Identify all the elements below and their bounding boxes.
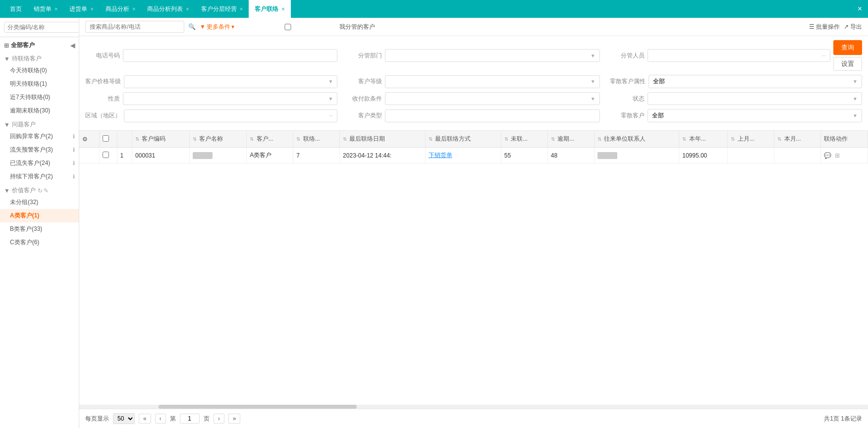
horizontal-scrollbar[interactable] <box>79 405 868 409</box>
payment-dropdown[interactable]: ▼ <box>385 92 599 105</box>
th-type[interactable]: ⇅ 客户... <box>247 131 293 148</box>
th-overdue[interactable]: ⇅ 逾期... <box>547 131 594 148</box>
sidebar-item-tomorrow[interactable]: 明天待联络(1) <box>0 77 79 91</box>
phone-input[interactable] <box>123 49 337 62</box>
more-filter-button[interactable]: ▼ 更多条件 ▾ <box>200 23 234 31</box>
filter-search-icon[interactable]: 🔍 <box>188 23 196 30</box>
retail-dropdown[interactable]: 全部▼ <box>648 109 862 122</box>
td-this-month <box>774 148 821 163</box>
th-checkbox[interactable] <box>99 131 117 148</box>
td-overdue: 48 <box>547 148 594 163</box>
nav-item-purchase[interactable]: 进货单 × <box>63 0 99 18</box>
prev-page-button[interactable]: ‹ <box>155 414 166 424</box>
td-actions[interactable]: 💬 ⊞ <box>821 148 868 163</box>
status-dropdown[interactable]: ▼ <box>648 92 862 105</box>
retail-attr-dropdown[interactable]: 全部▼ <box>649 75 862 88</box>
nav-item-sales[interactable]: 销货单 × <box>28 0 63 18</box>
customer-type-input[interactable] <box>385 109 599 122</box>
close-customer-segment-tab[interactable]: × <box>240 6 243 12</box>
close-purchase-tab[interactable]: × <box>90 6 93 12</box>
action-icon-2[interactable]: ⊞ <box>835 152 840 159</box>
export-button[interactable]: ↗ 导出 <box>844 23 862 31</box>
td-last-method[interactable]: 下销货单 <box>425 148 501 163</box>
sidebar-collapse-icon[interactable]: ◀ <box>70 42 75 49</box>
page-number-input[interactable] <box>180 414 200 424</box>
filter-region: 区域（地区） ··· <box>85 109 337 122</box>
sidebar-item-churned[interactable]: 已流失客户(24) ℹ <box>0 157 79 170</box>
sidebar-item-unclassified[interactable]: 未分组(32) <box>0 196 79 209</box>
th-last-date[interactable]: ⇅ 最后联络日期 <box>340 131 426 148</box>
settings-icon[interactable]: ⚙ <box>82 136 88 143</box>
th-this-year[interactable]: ⇅ 本年... <box>679 131 728 148</box>
region-input[interactable]: ··· <box>124 109 337 122</box>
scrollbar-thumb[interactable] <box>159 405 357 409</box>
sort-contact-icon: ⇅ <box>296 136 300 142</box>
dept-dropdown[interactable]: ▼ <box>385 49 599 62</box>
person-input[interactable]: ··· <box>648 49 830 62</box>
sidebar-item-overdue[interactable]: 逾期未联络(30) <box>0 104 79 117</box>
sidebar-header: ⊞ 全部客户 ◀ <box>0 37 79 52</box>
last-page-button[interactable]: » <box>228 414 241 424</box>
pagination: 每页显示 50 « ‹ 第 页 › » 共1页 1条记录 <box>79 409 868 428</box>
sort-uncontacted-icon: ⇅ <box>504 136 508 142</box>
th-uncontacted[interactable]: ⇅ 未联... <box>501 131 547 148</box>
nav-item-customer-segment[interactable]: 客户分层经营 × <box>195 0 249 18</box>
select-all-checkbox[interactable] <box>103 135 109 142</box>
close-customer-contact-tab[interactable]: × <box>281 6 284 12</box>
settings-button[interactable]: 设置 <box>833 57 862 71</box>
th-contacts[interactable]: ⇅ 往来单位联系人 <box>594 131 679 148</box>
per-page-select[interactable]: 50 <box>113 413 135 424</box>
hint-icon-4: ℹ <box>73 173 75 180</box>
th-this-month[interactable]: ⇅ 本月... <box>774 131 821 148</box>
th-name[interactable]: ⇅ 客户名称 <box>189 131 247 148</box>
sidebar-item-churn-warning[interactable]: 流失预警客户(3) ℹ <box>0 143 79 157</box>
hint-icon-2: ℹ <box>73 147 75 153</box>
nature-dropdown[interactable]: ▼ <box>123 92 337 105</box>
sidebar-item-class-c[interactable]: C类客户(6) <box>0 236 79 249</box>
batch-icon: ☰ <box>809 23 814 30</box>
td-settings <box>79 148 99 163</box>
filter-dept: 分管部门 ▼ <box>347 40 599 71</box>
row-checkbox[interactable] <box>103 152 109 158</box>
my-customers-checkbox[interactable]: 我分管的客户 <box>238 23 375 31</box>
th-settings[interactable]: ⚙ <box>79 131 99 148</box>
batch-op-button[interactable]: ☰ 批量操作 <box>809 23 840 31</box>
sidebar-search-input[interactable] <box>4 22 79 33</box>
close-all-tabs[interactable]: × <box>858 4 862 13</box>
th-last-month[interactable]: ⇅ 上月... <box>728 131 774 148</box>
sidebar-item-repurchase-anomaly[interactable]: 回购异常客户(2) ℹ <box>0 130 79 143</box>
sidebar-item-class-a[interactable]: A类客户(1) <box>0 209 79 222</box>
table-wrapper: ⚙ ⇅ 客户编码 ⇅ 客户名称 <box>79 131 868 405</box>
refresh-icon[interactable]: ↻ <box>38 187 43 194</box>
nav-item-goods-analysis-list[interactable]: 商品分析列表 × <box>141 0 195 18</box>
nav-item-customer-contact[interactable]: 客户联络 × <box>249 0 290 18</box>
action-icon-1[interactable]: 💬 <box>824 152 831 159</box>
page-total-info: 共1页 1条记录 <box>824 415 862 423</box>
customer-level-dropdown[interactable]: ▼ <box>385 75 599 88</box>
close-sales-tab[interactable]: × <box>54 6 57 12</box>
my-customers-check[interactable] <box>238 24 337 30</box>
close-goods-analysis-tab[interactable]: × <box>132 6 135 12</box>
toolbar-right: ☰ 批量操作 ↗ 导出 <box>809 23 862 31</box>
sidebar: 🔍 ⊞ 全部客户 ◀ ▼ 待联络客户 今天待联络(0) 明天待联络(1) 近7天… <box>0 18 79 428</box>
th-code[interactable]: ⇅ 客户编码 <box>132 131 190 148</box>
sidebar-item-declining[interactable]: 持续下滑客户(2) ℹ <box>0 170 79 183</box>
query-button[interactable]: 查询 <box>833 40 862 55</box>
filter-chevron: ▾ <box>231 23 234 30</box>
td-checkbox[interactable] <box>99 148 117 163</box>
last-method-link[interactable]: 下销货单 <box>429 152 452 159</box>
search-input[interactable] <box>85 21 184 33</box>
th-last-method[interactable]: ⇅ 最后联络方式 <box>425 131 501 148</box>
nav-item-goods-analysis[interactable]: 商品分析 × <box>100 0 141 18</box>
close-goods-analysis-list-tab[interactable]: × <box>186 6 189 12</box>
nav-item-home[interactable]: 首页 <box>4 0 28 18</box>
next-page-button[interactable]: › <box>214 414 224 424</box>
sidebar-item-today[interactable]: 今天待联络(0) <box>0 64 79 77</box>
sidebar-item-7days[interactable]: 近7天待联络(0) <box>0 91 79 104</box>
th-contact-count[interactable]: ⇅ 联络... <box>293 131 340 148</box>
sidebar-section-value: ▼ 价值客户 ↻ ✎ <box>0 183 79 196</box>
edit-icon[interactable]: ✎ <box>44 187 49 194</box>
first-page-button[interactable]: « <box>139 414 151 424</box>
sidebar-item-class-b[interactable]: B类客户(33) <box>0 222 79 236</box>
price-level-dropdown[interactable]: ▼ <box>124 75 337 88</box>
